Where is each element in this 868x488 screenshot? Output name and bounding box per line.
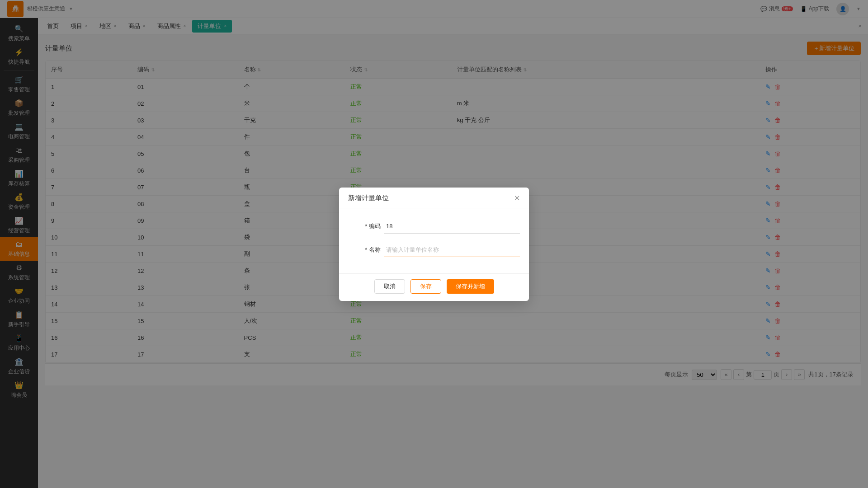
modal-close-btn[interactable]: ✕: [514, 194, 520, 202]
save-button[interactable]: 保存: [410, 279, 441, 294]
modal-title: 新增计量单位: [348, 194, 389, 202]
add-unit-modal: 新增计量单位 ✕ * 编码 * 名称 取消 保存 保存并新增: [339, 188, 529, 301]
cancel-button[interactable]: 取消: [374, 279, 405, 294]
code-label: * 编码: [348, 222, 384, 230]
name-label: * 名称: [348, 246, 384, 254]
save-and-new-button[interactable]: 保存并新增: [447, 279, 494, 294]
form-row-code: * 编码: [348, 219, 520, 234]
code-input[interactable]: [384, 219, 520, 234]
form-row-name: * 名称: [348, 243, 520, 257]
modal-footer: 取消 保存 保存并新增: [339, 273, 529, 301]
modal-body: * 编码 * 名称: [339, 208, 529, 273]
modal-overlay[interactable]: 新增计量单位 ✕ * 编码 * 名称 取消 保存 保存并新增: [0, 0, 868, 488]
modal-header: 新增计量单位 ✕: [339, 188, 529, 208]
name-input[interactable]: [384, 243, 520, 257]
